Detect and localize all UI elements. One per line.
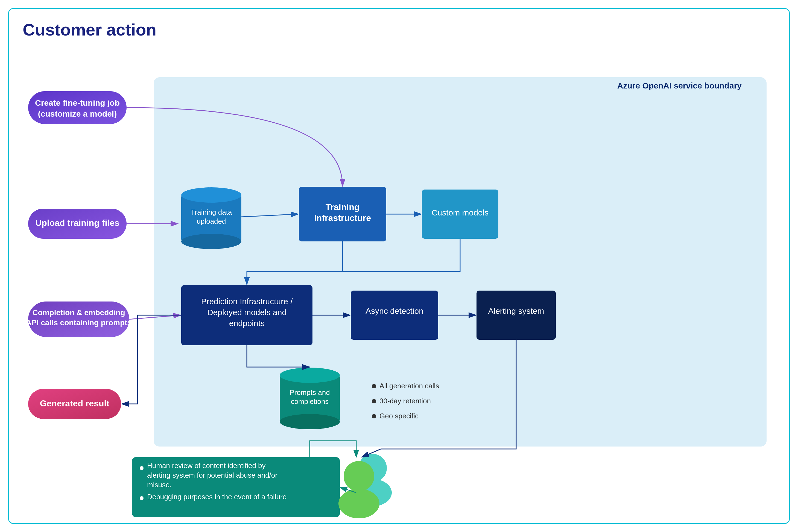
svg-text:(customize a model): (customize a model) (38, 109, 117, 118)
svg-point-41 (140, 466, 144, 470)
svg-point-12 (181, 187, 241, 203)
svg-point-36 (372, 399, 376, 403)
svg-text:Debugging purposes in the even: Debugging purposes in the event of a fai… (147, 493, 287, 501)
create-job-pill (28, 91, 127, 124)
svg-point-50 (339, 489, 379, 518)
svg-text:completions: completions (291, 397, 329, 405)
svg-text:Async detection: Async detection (365, 306, 423, 316)
svg-point-31 (280, 414, 340, 429)
svg-point-34 (372, 384, 376, 388)
svg-text:Infrastructure: Infrastructure (314, 213, 371, 223)
svg-point-13 (181, 234, 241, 249)
svg-text:Prompts and: Prompts and (290, 388, 330, 397)
svg-text:Custom models: Custom models (432, 208, 489, 217)
svg-text:Deployed models and: Deployed models and (207, 308, 287, 317)
svg-text:Alerting system: Alerting system (488, 306, 544, 316)
svg-text:alerting system for potential : alerting system for potential abuse and/… (147, 471, 277, 479)
svg-text:Generated result: Generated result (40, 398, 110, 408)
svg-text:Upload training files: Upload training files (35, 218, 120, 228)
svg-text:Completion & embedding: Completion & embedding (32, 308, 125, 317)
svg-point-38 (372, 414, 376, 418)
svg-text:Training: Training (326, 202, 360, 212)
svg-text:Training data: Training data (191, 208, 232, 216)
svg-point-49 (344, 461, 374, 492)
svg-text:misuse.: misuse. (147, 481, 172, 489)
svg-text:Create fine-tuning job: Create fine-tuning job (35, 98, 120, 107)
svg-text:endpoints: endpoints (229, 319, 265, 328)
svg-point-30 (280, 367, 340, 383)
svg-text:Geo specific: Geo specific (379, 412, 419, 420)
svg-text:API calls containing prompts: API calls containing prompts (26, 319, 131, 327)
svg-text:All generation calls: All generation calls (379, 382, 439, 390)
svg-text:30-day retention: 30-day retention (379, 397, 431, 405)
svg-text:Human review of content identi: Human review of content identified by (147, 461, 266, 470)
svg-text:Prediction Infrastructure /: Prediction Infrastructure / (201, 297, 293, 306)
outer-border: Customer action Azure OpenAI service bou… (8, 8, 790, 524)
svg-text:uploaded: uploaded (197, 217, 226, 225)
page-title: Customer action (23, 20, 775, 39)
svg-point-45 (140, 496, 144, 500)
azure-boundary-label: Azure OpenAI service boundary (617, 81, 742, 90)
